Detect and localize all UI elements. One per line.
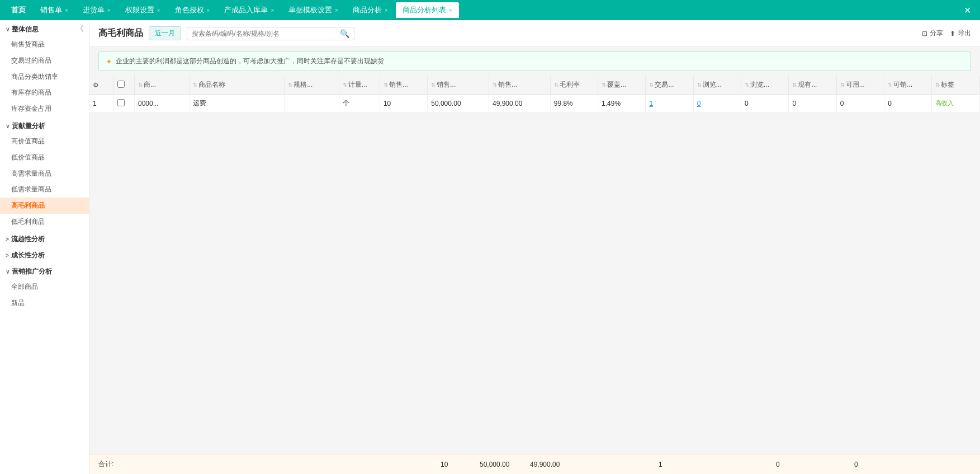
col-header-sales-cost[interactable]: ⇅销售...	[489, 76, 551, 95]
sort-icon: ⇅	[431, 82, 435, 88]
sidebar-collapse-button[interactable]: 《	[74, 24, 86, 35]
row-checkbox[interactable]	[114, 95, 135, 112]
col-header-num[interactable]: ⚙	[89, 76, 114, 95]
share-button[interactable]: ⊡ 分享	[922, 29, 943, 38]
sort-icon: ⇅	[697, 82, 702, 88]
nav-tab-close-icon[interactable]: ×	[271, 7, 274, 13]
filter-month-button[interactable]: 近一月	[149, 26, 181, 40]
sidebar-group-label: 整体信息	[12, 25, 39, 34]
footer-stock-sale: 0	[851, 461, 890, 468]
select-all-checkbox[interactable]	[117, 81, 125, 88]
col-header-browse1[interactable]: ⇅浏览...	[693, 76, 741, 95]
row-code: 0000...	[134, 95, 189, 112]
col-header-trade[interactable]: ⇅交易...	[646, 76, 693, 95]
sidebar-group-label: 贡献量分析	[12, 121, 45, 131]
col-header-name[interactable]: ⇅商品名称	[189, 76, 285, 95]
sort-icon: ⇅	[138, 82, 143, 88]
row-cover: 1.49%	[598, 95, 646, 112]
sidebar-item-stock-ratio[interactable]: 库存资金占用	[0, 101, 89, 117]
nav-tab-close-icon[interactable]: ×	[65, 7, 68, 13]
sidebar-item-sales-goods[interactable]: 销售货商品	[0, 36, 89, 53]
nav-tab-role-permission[interactable]: 角色授权×	[168, 2, 217, 18]
footer-cells: 1050,000.0049,900.00100	[199, 461, 971, 468]
row-stock-cur: 0	[789, 95, 836, 112]
sidebar-item-high-demand[interactable]: 高需求量商品	[0, 166, 89, 182]
export-button[interactable]: ⬆ 导出	[950, 29, 971, 38]
sort-icon: ⇅	[792, 82, 797, 88]
sidebar-group-label: 流趋性分析	[11, 234, 45, 244]
sidebar-group-financial-analysis[interactable]: ∨贡献量分析	[0, 117, 89, 133]
col-header-stock-avail[interactable]: ⇅可用...	[836, 76, 884, 95]
table-row: 10000...运费个1050,000.0049,900.0099.8%1.49…	[89, 95, 980, 112]
col-header-spec[interactable]: ⇅规格...	[285, 76, 339, 95]
row-unit: 个	[339, 95, 380, 112]
col-header-browse2[interactable]: ⇅浏览...	[741, 76, 789, 95]
nav-tab-home[interactable]: 首页	[4, 2, 32, 18]
nav-tab-label: 单据模板设置	[288, 5, 332, 15]
sidebar-group-arrow: >	[6, 252, 9, 259]
col-header-gross-rate[interactable]: ⇅毛利率	[550, 76, 598, 95]
settings-icon[interactable]: ⚙	[93, 81, 99, 89]
nav-tab-close-icon[interactable]: ×	[207, 7, 210, 13]
info-banner: ✦ 企业的主要的利润都是这部分商品创造的，可考虑加大推广，同时关注库存是不要出现…	[98, 51, 971, 71]
nav-tab-close-icon[interactable]: ×	[157, 7, 160, 13]
col-label: 毛利率	[560, 81, 580, 88]
sidebar-item-low-value[interactable]: 低价值商品	[0, 149, 89, 166]
row-browse2: 0	[741, 95, 789, 112]
sidebar-item-traded-goods[interactable]: 交易过的商品	[0, 53, 89, 69]
nav-tab-purchase-order[interactable]: 进货单×	[76, 2, 117, 18]
col-header-check[interactable]	[114, 76, 135, 95]
sidebar-item-low-margin[interactable]: 低毛利商品	[0, 214, 89, 230]
share-label: 分享	[930, 29, 943, 38]
export-icon: ⬆	[950, 30, 955, 37]
nav-tab-close-icon[interactable]: ×	[335, 7, 338, 13]
row-select-checkbox[interactable]	[117, 99, 125, 106]
nav-tab-close-icon[interactable]: ×	[449, 7, 452, 13]
row-browse1[interactable]: 0	[693, 95, 741, 112]
col-header-sales-amt[interactable]: ⇅销售...	[428, 76, 489, 95]
col-header-stock-sale[interactable]: ⇅可销...	[884, 76, 932, 95]
nav-tab-label: 进货单	[83, 5, 105, 15]
footer-sales-qty: 10	[437, 461, 476, 468]
sidebar-group-label: 营销推广分析	[12, 267, 52, 276]
col-header-tag[interactable]: ⇅标签	[932, 76, 980, 95]
nav-tab-label: 权限设置	[125, 5, 154, 15]
row-sales-amt: 50,000.00	[428, 95, 489, 112]
col-header-cover[interactable]: ⇅覆盖...	[598, 76, 646, 95]
sidebar-group-marketing-analysis[interactable]: ∨营销推广分析	[0, 262, 89, 279]
sidebar-group-trend-analysis[interactable]: >流趋性分析	[0, 230, 89, 246]
nav-tab-close-icon[interactable]: ×	[107, 7, 111, 13]
nav-tab-order-template[interactable]: 单据模板设置×	[282, 2, 345, 18]
col-label: 商品名称	[198, 81, 225, 88]
nav-tab-product-analysis-list[interactable]: 商品分析列表×	[396, 2, 459, 18]
sidebar-item-goods-contribution[interactable]: 商品分类助销率	[0, 69, 89, 85]
sidebar-item-stocked-goods[interactable]: 有库存的商品	[0, 85, 89, 101]
footer-sales-amt: 50,000.00	[476, 461, 527, 468]
row-trade-link[interactable]: 1	[649, 100, 653, 107]
sidebar-item-new-goods[interactable]: 新品	[0, 295, 89, 311]
col-header-code[interactable]: ⇅商...	[134, 76, 189, 95]
row-trade[interactable]: 1	[646, 95, 693, 112]
col-label: 可销...	[893, 81, 912, 88]
sidebar-group-growth-analysis[interactable]: >成长性分析	[0, 246, 89, 262]
col-header-stock-cur[interactable]: ⇅现有...	[789, 76, 836, 95]
sidebar-item-all-goods[interactable]: 全部商品	[0, 279, 89, 295]
col-label: 销售...	[389, 81, 408, 88]
nav-tab-close-icon[interactable]: ×	[385, 7, 388, 13]
nav-tab-product-analysis[interactable]: 商品分析×	[346, 2, 395, 18]
sidebar-item-high-margin[interactable]: 高毛利商品	[0, 198, 89, 214]
col-label: 销售...	[498, 81, 517, 88]
col-header-unit[interactable]: ⇅计量...	[339, 76, 380, 95]
nav-tab-product-inbound[interactable]: 产成品入库单×	[217, 2, 281, 18]
row-browse1-link[interactable]: 0	[697, 100, 701, 107]
table-container[interactable]: ⚙⇅商...⇅商品名称⇅规格...⇅计量...⇅销售...⇅销售...⇅销售..…	[89, 76, 980, 454]
close-all-button[interactable]: ✕	[959, 5, 976, 16]
search-input[interactable]	[192, 30, 337, 37]
nav-tab-sales-order[interactable]: 销售单×	[34, 2, 75, 18]
sidebar-item-low-demand[interactable]: 低需求量商品	[0, 181, 89, 198]
row-spec	[285, 95, 339, 112]
nav-tab-permission-settings[interactable]: 权限设置×	[119, 2, 167, 18]
search-icon[interactable]: 🔍	[340, 29, 349, 38]
sidebar-item-high-value[interactable]: 高价值商品	[0, 133, 89, 149]
col-header-sales-qty[interactable]: ⇅销售...	[380, 76, 427, 95]
